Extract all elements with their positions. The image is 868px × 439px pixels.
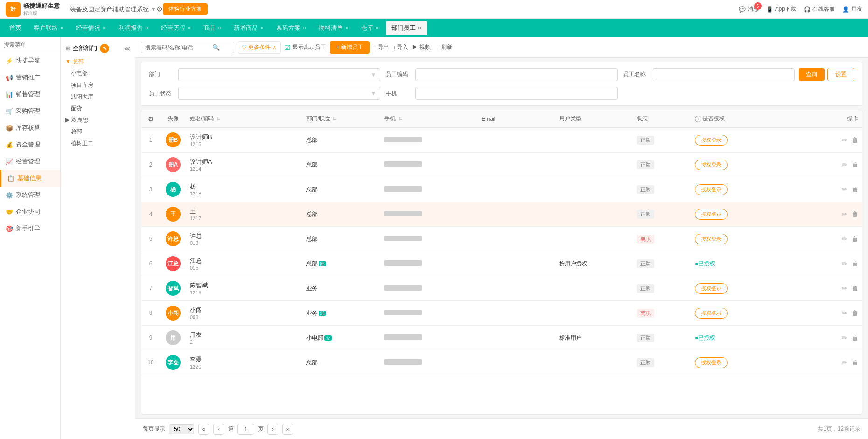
filter-phone-input[interactable]	[415, 87, 617, 100]
edit-button[interactable]: ✏	[842, 235, 847, 243]
online-service-button[interactable]: 🎧 在线客服	[804, 5, 835, 13]
prev-page-button[interactable]: ‹	[213, 424, 224, 435]
tab-dept-staff[interactable]: 部门员工 ✕	[386, 21, 427, 35]
query-button[interactable]: 查询	[799, 68, 825, 81]
delete-button[interactable]: 🗑	[852, 334, 858, 341]
sidebar-item-operation[interactable]: 📈 经营管理	[0, 153, 60, 170]
tab-add-goods[interactable]: 新增商品 ✕	[228, 21, 270, 35]
show-resigned-toggle[interactable]: ☑ 显示离职员工	[285, 43, 326, 51]
edit-button[interactable]: ✏	[842, 210, 847, 218]
dept-child-distribution[interactable]: 配货	[61, 103, 135, 114]
filter-status-select[interactable]: ▼	[178, 87, 380, 100]
gear-button[interactable]: ⚙	[156, 5, 163, 14]
experience-button[interactable]: 体验行业方案	[163, 3, 208, 15]
export-button[interactable]: ↑ 导出	[374, 43, 389, 51]
dept-collapse-button[interactable]: ≪	[124, 45, 130, 52]
add-employee-button[interactable]: + 新增员工	[330, 41, 370, 54]
edit-button[interactable]: ✏	[842, 260, 847, 267]
authorize-button[interactable]: 授权登录	[695, 357, 728, 368]
tab-customer[interactable]: 客户联络 ✕	[28, 21, 69, 35]
sidebar-item-collab[interactable]: 🤝 企业协同	[0, 203, 60, 220]
filter-name-input[interactable]	[653, 68, 795, 81]
import-button[interactable]: ↓ 导入	[393, 43, 408, 51]
authorize-button[interactable]: 授权登录	[695, 160, 728, 170]
tab-history[interactable]: 经营历程 ✕	[155, 21, 197, 35]
sidebar-item-marketing[interactable]: 📢 营销推广	[0, 69, 60, 86]
edit-button[interactable]: ✏	[842, 334, 847, 341]
sidebar-item-finance[interactable]: 💰 资金管理	[0, 136, 60, 153]
more-filters-button[interactable]: ▽ 更多条件 ∧	[238, 41, 281, 54]
delete-button[interactable]: 🗑	[852, 260, 858, 267]
next-page-button[interactable]: ›	[267, 424, 278, 435]
authorize-button[interactable]: 授权登录	[695, 308, 728, 319]
authorize-button[interactable]: 授权登录	[695, 209, 728, 220]
tab-home[interactable]: 首页	[4, 21, 27, 35]
per-page-select[interactable]: 50 100	[169, 424, 194, 434]
app-download-button[interactable]: 📱 App下载	[766, 5, 796, 13]
authorize-button[interactable]: 授权登录	[695, 283, 728, 294]
edit-button[interactable]: ✏	[842, 186, 847, 193]
close-tab-bom[interactable]: ✕	[345, 25, 349, 31]
delete-button[interactable]: 🗑	[852, 235, 858, 243]
delete-button[interactable]: 🗑	[852, 359, 858, 366]
user-menu[interactable]: 👤 用友	[842, 5, 862, 13]
message-button[interactable]: 💬 消息 5	[739, 5, 759, 13]
edit-button[interactable]: ✏	[842, 136, 847, 144]
first-page-button[interactable]: «	[198, 424, 209, 435]
dept-group-headquarters[interactable]: ▼总部	[61, 56, 135, 68]
tab-goods[interactable]: 商品 ✕	[198, 21, 227, 35]
dept-child-zhishu[interactable]: 植树王二	[61, 138, 135, 149]
tab-warehouse[interactable]: 仓库 ✕	[355, 21, 385, 35]
delete-button[interactable]: 🗑	[852, 309, 858, 317]
tab-profit[interactable]: 利润报告 ✕	[113, 21, 154, 35]
edit-button[interactable]: ✏	[842, 359, 847, 366]
authorize-button[interactable]: 授权登录	[695, 234, 728, 244]
delete-button[interactable]: 🗑	[852, 285, 858, 292]
filter-code-input[interactable]	[415, 68, 617, 81]
sidebar-item-quick-nav[interactable]: ⚡ 快捷导航	[0, 52, 60, 69]
dept-edit-button[interactable]: ✎	[100, 44, 109, 53]
sidebar-item-inventory[interactable]: 📦 库存核算	[0, 119, 60, 136]
close-tab-add-goods[interactable]: ✕	[260, 25, 264, 31]
close-tab-history[interactable]: ✕	[187, 25, 191, 31]
sidebar-item-basic-info[interactable]: 📋 基础信息	[0, 170, 60, 187]
page-input[interactable]	[237, 424, 254, 435]
sidebar-item-system[interactable]: ⚙️ 系统管理	[0, 187, 60, 203]
edit-button[interactable]: ✏	[842, 285, 847, 292]
th-name[interactable]: 姓名/编码 ⇅	[186, 110, 303, 128]
tab-bom[interactable]: 物料清单 ✕	[313, 21, 354, 35]
delete-button[interactable]: 🗑	[852, 161, 858, 168]
sidebar-item-guide[interactable]: 🎯 新手引导	[0, 220, 60, 237]
dept-group-shuanglu[interactable]: ▶双鹿想	[61, 114, 135, 126]
view-button[interactable]: ▶ 视频	[412, 43, 430, 51]
close-tab-profit[interactable]: ✕	[145, 25, 149, 31]
close-tab-goods[interactable]: ✕	[217, 25, 222, 31]
close-tab-customer[interactable]: ✕	[60, 25, 64, 31]
dept-child-project[interactable]: 项目库房	[61, 79, 135, 91]
close-tab-operation[interactable]: ✕	[102, 25, 106, 31]
tab-operation[interactable]: 经营情况 ✕	[70, 21, 112, 35]
th-phone[interactable]: 手机 ⇅	[381, 110, 478, 128]
tab-barcode[interactable]: 条码方案 ✕	[271, 21, 312, 35]
dept-child-shenyang[interactable]: 沈阳大库	[61, 91, 135, 103]
dept-child-xiaodian[interactable]: 小电部	[61, 68, 135, 79]
close-tab-barcode[interactable]: ✕	[302, 25, 306, 31]
th-dept[interactable]: 部门/职位 ⇅	[303, 110, 381, 128]
authorize-button[interactable]: 授权登录	[695, 135, 728, 146]
set-button[interactable]: 设置	[827, 68, 854, 81]
filter-dept-select[interactable]: ▼	[178, 68, 380, 81]
sidebar-item-sales[interactable]: 📊 销售管理	[0, 86, 60, 103]
authorize-button[interactable]: 授权登录	[695, 184, 728, 195]
edit-button[interactable]: ✏	[842, 161, 847, 168]
dept-child-zongbu[interactable]: 总部	[61, 126, 135, 138]
search-input[interactable]	[145, 44, 210, 51]
close-tab-dept-staff[interactable]: ✕	[417, 25, 422, 31]
last-page-button[interactable]: »	[282, 424, 293, 435]
delete-button[interactable]: 🗑	[852, 210, 858, 218]
edit-button[interactable]: ✏	[842, 309, 847, 317]
sidebar-item-purchase[interactable]: 🛒 采购管理	[0, 103, 60, 119]
sidebar-search-input[interactable]	[4, 42, 61, 48]
delete-button[interactable]: 🗑	[852, 136, 858, 144]
table-settings-icon[interactable]: ⚙	[148, 115, 154, 123]
delete-button[interactable]: 🗑	[852, 186, 858, 193]
